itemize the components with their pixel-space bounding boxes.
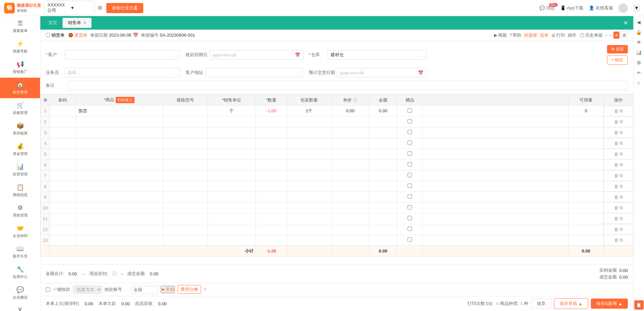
save-new-dropdown-icon[interactable]: ▲ <box>618 301 622 306</box>
row-spec-1[interactable] <box>163 106 207 117</box>
row-pkgqty-2[interactable] <box>287 116 331 127</box>
copy-icon[interactable]: ⧉ <box>620 205 623 210</box>
row-unit-2[interactable] <box>207 116 256 127</box>
price-info-icon[interactable]: ⓘ <box>353 98 357 103</box>
customer-addr-input[interactable]: ... <box>205 68 303 77</box>
row-pkgqty-1[interactable]: 1个 <box>287 106 331 117</box>
payment-method-select[interactable]: 结算方式 <box>73 285 102 294</box>
row-amount-1[interactable]: 0.00 <box>369 106 397 117</box>
history-btn[interactable]: 🕐 历史单据 <box>579 32 603 38</box>
expense-split-btn[interactable]: 费用分摊 <box>178 285 201 294</box>
sidebar-item-wechat[interactable]: 💬 企业微信 <box>0 283 40 303</box>
remark-input[interactable] <box>68 81 628 90</box>
delete-icon-1[interactable]: 🗑 <box>614 109 618 114</box>
expense-info-icon[interactable]: ? <box>204 287 206 292</box>
online-service-btn[interactable]: 👤 在线客服 <box>589 5 613 11</box>
rs-lock-btn[interactable]: 🔒 <box>634 28 644 37</box>
del-icon[interactable]: 🗑 <box>614 216 618 221</box>
save-new-btn[interactable]: 保存&新增 ▲ <box>591 299 628 309</box>
sidebar-item-management[interactable]: 📊 经营管理 <box>0 160 40 180</box>
sidebar-item-enterprise[interactable]: 🤝 企业协同 <box>0 221 40 242</box>
del-icon[interactable]: 🗑 <box>614 184 618 189</box>
sidebar-item-system[interactable]: ⚙ 系统管理 <box>0 201 40 221</box>
discount-info-icon[interactable]: ⓘ <box>112 271 117 277</box>
copy-icon[interactable]: ⧉ <box>620 141 623 146</box>
select-btn[interactable]: 选单 <box>540 32 548 38</box>
rs-collapse-btn[interactable]: ◀ <box>634 17 644 27</box>
sidebar-item-finance[interactable]: 💰 资金管理 <box>0 139 40 160</box>
customer-dots[interactable]: ... <box>174 52 177 57</box>
copy-icon[interactable]: ⧉ <box>620 184 623 189</box>
account-dots[interactable]: ... <box>125 287 128 292</box>
copy-icon-2[interactable]: ⧉ <box>620 119 623 124</box>
sidebar-item-search[interactable]: ☰ 搜索菜单 <box>0 16 40 37</box>
sidebar-item-inventory[interactable]: 📦 库存核算 <box>0 119 40 139</box>
row-unit-1[interactable]: 个 <box>207 106 256 117</box>
expected-date-calendar[interactable]: 📅 <box>418 70 423 75</box>
add-payment-btn[interactable]: ● 添加 <box>161 286 175 293</box>
app-download-btn[interactable]: 📱 App下载 <box>560 5 583 11</box>
rs-star-btn[interactable]: ☆ <box>634 78 644 87</box>
sidebar-item-member[interactable]: V 畅会员 <box>0 303 40 311</box>
rs-eye-btn[interactable]: 👁 <box>634 38 644 47</box>
del-icon[interactable]: 🗑 <box>614 173 618 178</box>
user-dropdown[interactable]: ▼ <box>633 5 640 11</box>
del-icon[interactable]: 🗑 <box>614 205 618 210</box>
copy-icon[interactable]: ⧉ <box>620 237 623 243</box>
copy-icon[interactable]: ⧉ <box>620 227 623 232</box>
trial-btn[interactable]: 体验行业方案 <box>106 3 143 13</box>
help-btn[interactable]: ? 帮助 <box>509 32 521 38</box>
row-amount-2[interactable] <box>369 116 397 127</box>
expected-date-input[interactable]: yyyy-mm-dd 📅 <box>337 68 426 77</box>
del-icon[interactable]: 🗑 <box>614 152 618 157</box>
sidebar-item-basic[interactable]: 📋 基础信息 <box>0 180 40 201</box>
rs-orange-btn[interactable]: 📋 <box>634 300 644 310</box>
del-icon[interactable]: 🗑 <box>614 162 618 167</box>
scan-btn[interactable]: 扫码录入 <box>116 97 135 103</box>
product-type-check-icon[interactable]: ⊙ <box>496 301 499 306</box>
copy-icon[interactable]: ⧉ <box>620 194 623 200</box>
row-barcode-2[interactable] <box>50 116 76 127</box>
copy-icon[interactable]: ⧉ <box>620 151 623 157</box>
one-click-checkbox[interactable] <box>46 287 50 292</box>
sidebar-item-marketing[interactable]: 📢 营销推广 <box>0 57 40 78</box>
grid-view-toggle[interactable]: ⊞ <box>621 32 628 39</box>
shortcut-btn[interactable]: 快捷键 <box>524 32 537 38</box>
customer-input[interactable]: ... <box>65 50 180 60</box>
row-qty-2[interactable] <box>256 116 287 127</box>
row-gift-2[interactable] <box>397 116 423 127</box>
list-view-toggle[interactable]: ≡ <box>613 32 619 39</box>
sidebar-item-quick-nav[interactable]: ⚡ 快捷导航 <box>0 37 40 57</box>
sidebar-item-guide[interactable]: 📖 新手引导 <box>0 242 40 262</box>
window-close-btn[interactable]: ✕ <box>621 18 631 28</box>
tab-sales-order[interactable]: 销售单 × <box>63 18 91 28</box>
sidebar-item-sales[interactable]: 🏠 销售管理 <box>0 78 40 98</box>
row-product-2[interactable] <box>75 116 163 127</box>
del-icon[interactable]: 🗑 <box>614 195 618 200</box>
discard-btn[interactable]: 放弃 <box>531 298 551 309</box>
del-icon[interactable]: 🗑 <box>614 227 618 232</box>
company-selector[interactable]: XXXXXX公司 ▼ <box>44 1 95 15</box>
copy-icon-1[interactable]: ⧉ <box>620 108 623 114</box>
col-settings[interactable]: ⚙ <box>41 95 50 106</box>
warehouse-dots[interactable]: ... <box>420 52 423 57</box>
save-draft-dropdown-icon[interactable]: ▲ <box>578 301 583 306</box>
operate-btn[interactable]: 操作 <box>568 32 576 38</box>
payment-amount-input[interactable] <box>131 286 158 294</box>
message-btn[interactable]: 💬 消息 99+ <box>539 5 555 11</box>
settings-gear[interactable]: ⚙ <box>98 5 102 11</box>
salesperson-dots[interactable]: ... <box>174 70 177 75</box>
row-gift-1[interactable] <box>397 106 423 117</box>
radio-return[interactable]: 退货单 <box>69 32 87 38</box>
del-icon[interactable]: 🗑 <box>614 141 618 146</box>
print-btn[interactable]: 🖨 打印 <box>551 32 565 38</box>
rs-table-btn[interactable]: ⊞ <box>634 58 644 67</box>
copy-icon[interactable]: ⧉ <box>620 216 623 221</box>
prev-btn[interactable]: ‹ <box>605 33 607 38</box>
next-btn[interactable]: › <box>609 33 611 38</box>
copy-icon[interactable]: ⧉ <box>620 162 623 167</box>
del-icon[interactable]: 🗑 <box>614 130 618 135</box>
logistics-btn[interactable]: + 物流 <box>607 55 628 65</box>
copy-icon[interactable]: ⧉ <box>620 130 623 135</box>
sidebar-item-purchase[interactable]: 🛒 采购管理 <box>0 98 40 119</box>
